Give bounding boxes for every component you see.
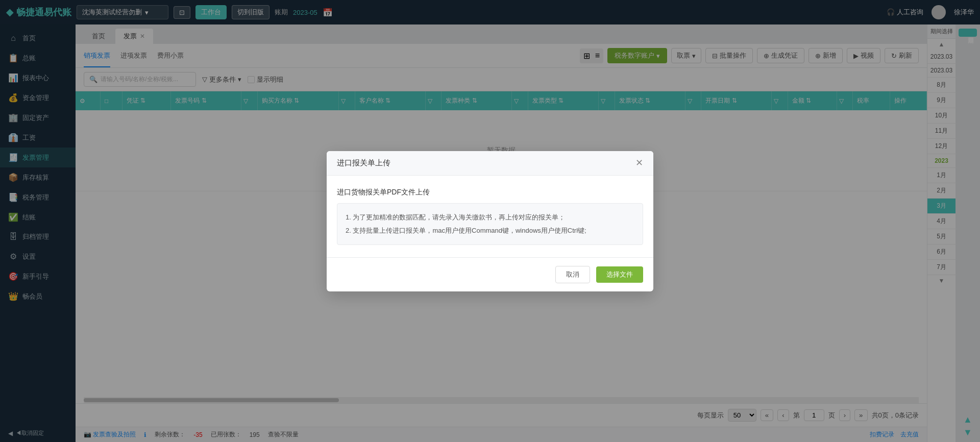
dialog-section-title: 进口货物报关单PDF文件上传 bbox=[337, 188, 643, 197]
dialog-cancel-button[interactable]: 取消 bbox=[555, 266, 590, 283]
select-file-button[interactable]: 选择文件 bbox=[596, 266, 643, 283]
dialog-header: 进口报关单上传 ✕ bbox=[327, 151, 653, 176]
import-customs-dialog: 进口报关单上传 ✕ 进口货物报关单PDF文件上传 1. 为了更加精准的数据匹配，… bbox=[327, 151, 653, 291]
dialog-footer: 取消 选择文件 bbox=[327, 257, 653, 291]
dialog-body: 进口货物报关单PDF文件上传 1. 为了更加精准的数据匹配，请先录入海关缴款书，… bbox=[327, 176, 653, 257]
dialog-close-button[interactable]: ✕ bbox=[635, 158, 643, 167]
dialog-overlay[interactable]: 进口报关单上传 ✕ 进口货物报关单PDF文件上传 1. 为了更加精准的数据匹配，… bbox=[0, 0, 980, 442]
dialog-title: 进口报关单上传 bbox=[337, 158, 390, 168]
dialog-info-item-1: 1. 为了更加精准的数据匹配，请先录入海关缴款书，再上传对应的报关单； bbox=[346, 211, 634, 224]
dialog-info-box: 1. 为了更加精准的数据匹配，请先录入海关缴款书，再上传对应的报关单； 2. 支… bbox=[337, 203, 643, 245]
dialog-info-item-2: 2. 支持批量上传进口报关单，mac用户使用Command键，windows用户… bbox=[346, 224, 634, 237]
